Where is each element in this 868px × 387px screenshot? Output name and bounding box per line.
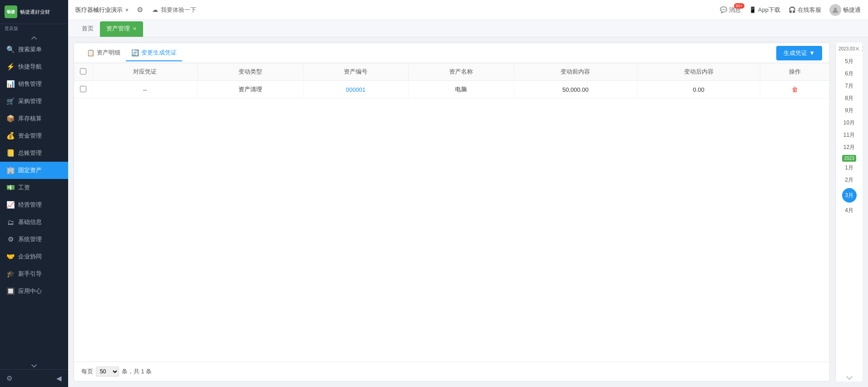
rp-month-6[interactable]: 6月 bbox=[836, 68, 863, 80]
th-change-type: 变动类型 bbox=[198, 63, 303, 81]
sidebar-item-sales[interactable]: 📊 销售管理 bbox=[0, 75, 68, 93]
rp-title: 2023.03 bbox=[838, 46, 855, 51]
rp-month-2023-4[interactable]: 4月 bbox=[836, 204, 863, 217]
rp-month-9[interactable]: 9月 bbox=[836, 104, 863, 117]
rp-close-btn[interactable]: ✕ bbox=[855, 45, 860, 52]
month-label: 4月 bbox=[845, 207, 853, 214]
month-label: 9月 bbox=[845, 107, 853, 114]
td-asset-no[interactable]: 000001 bbox=[303, 81, 408, 99]
delete-icon[interactable]: 🗑 bbox=[792, 86, 798, 93]
sidebar-item-operations[interactable]: 📈 经营管理 bbox=[0, 196, 68, 213]
sidebar-item-label: 基础信息 bbox=[18, 218, 42, 226]
sidebar-item-basic-info[interactable]: 🗂 基础信息 bbox=[0, 213, 68, 231]
company-selector[interactable]: 医疗器械行业演示 ▼ bbox=[75, 6, 129, 14]
sidebar-item-app-center[interactable]: 🔲 应用中心 bbox=[0, 283, 68, 300]
company-name: 医疗器械行业演示 bbox=[75, 6, 123, 14]
rp-month-11[interactable]: 11月 bbox=[836, 129, 863, 141]
enterprise-icon: 🤝 bbox=[6, 253, 15, 261]
month-label: 2月 bbox=[845, 176, 853, 184]
topbar-settings-icon[interactable]: ⚙ bbox=[137, 5, 143, 14]
row-checkbox[interactable] bbox=[80, 86, 86, 92]
search-icon: 🔍 bbox=[6, 45, 15, 54]
rp-expand-btn[interactable]: ⛶ bbox=[862, 45, 863, 52]
tabbar: 首页 资产管理 ✕ bbox=[68, 20, 868, 37]
per-page-label: 每页 bbox=[81, 367, 93, 376]
generate-voucher-button[interactable]: 生成凭证 ▼ bbox=[776, 46, 822, 60]
collapse-icon[interactable]: ◀ bbox=[56, 374, 62, 382]
guide-icon: 🎓 bbox=[6, 270, 15, 278]
experience-icon: ☁ bbox=[152, 6, 158, 13]
sidebar-scroll-down[interactable] bbox=[0, 363, 68, 369]
quick-nav-icon: ⚡ bbox=[6, 63, 15, 71]
sidebar-footer: ⚙ ◀ bbox=[0, 369, 68, 387]
customer-service-label: 在线客服 bbox=[798, 6, 821, 14]
rp-month-8[interactable]: 8月 bbox=[836, 92, 863, 104]
month-label: 7月 bbox=[845, 82, 853, 90]
rp-month-10[interactable]: 10月 bbox=[836, 117, 863, 129]
ledger-icon: 📒 bbox=[6, 149, 15, 157]
th-checkbox bbox=[74, 63, 92, 81]
logo-icon: 畅捷 bbox=[5, 5, 17, 18]
generate-chevron-icon: ▼ bbox=[809, 50, 815, 56]
sales-icon: 📊 bbox=[6, 80, 15, 88]
th-before-change-label: 变动前内容 bbox=[560, 68, 590, 75]
sidebar-item-system[interactable]: ⚙ 系统管理 bbox=[0, 231, 68, 248]
sidebar-item-label: 企业协同 bbox=[18, 253, 42, 261]
table-row: -- 资产清理 000001 电脑 bbox=[74, 81, 829, 99]
sidebar-item-guide[interactable]: 🎓 新手引导 bbox=[0, 265, 68, 283]
sidebar-scroll-up[interactable] bbox=[0, 35, 68, 41]
user-menu[interactable]: 畅捷通 bbox=[829, 4, 861, 16]
sidebar-item-inventory[interactable]: 📦 库存核算 bbox=[0, 110, 68, 127]
th-action-label: 操作 bbox=[789, 68, 801, 75]
th-action: 操作 bbox=[760, 63, 829, 81]
settings-icon[interactable]: ⚙ bbox=[6, 374, 12, 382]
fixed-assets-icon: 🏢 bbox=[6, 166, 15, 174]
avatar bbox=[829, 4, 841, 16]
customer-service-btn[interactable]: 🎧 在线客服 bbox=[789, 6, 821, 14]
sidebar-item-quick-nav[interactable]: ⚡ 快捷导航 bbox=[0, 58, 68, 75]
rp-scroll-down-btn[interactable] bbox=[836, 374, 863, 382]
messages-btn[interactable]: 💬 消息 99+ bbox=[720, 6, 741, 14]
funds-icon: 💰 bbox=[6, 132, 15, 140]
tab-asset-management[interactable]: 资产管理 ✕ bbox=[100, 21, 143, 37]
sidebar-item-purchase[interactable]: 🛒 采购管理 bbox=[0, 93, 68, 110]
rp-month-7[interactable]: 7月 bbox=[836, 80, 863, 92]
select-all-checkbox[interactable] bbox=[80, 68, 86, 74]
rp-year-2023: 2023 bbox=[836, 154, 863, 162]
rp-month-2023-3[interactable]: 3月 bbox=[842, 188, 857, 203]
app-download-btn[interactable]: 📱 App下载 bbox=[749, 6, 780, 14]
sidebar-item-ledger[interactable]: 📒 总账管理 bbox=[0, 144, 68, 162]
tab-close-icon[interactable]: ✕ bbox=[133, 26, 137, 32]
sidebar-item-payroll[interactable]: 💵 工资 bbox=[0, 179, 68, 196]
sidebar-item-search[interactable]: 🔍 搜索菜单 bbox=[0, 41, 68, 58]
payroll-icon: 💵 bbox=[6, 184, 15, 192]
th-voucher-label: 对应凭证 bbox=[133, 68, 157, 75]
sidebar-item-label: 快捷导航 bbox=[18, 63, 42, 71]
rp-month-2023-1[interactable]: 1月 bbox=[836, 162, 863, 174]
td-voucher: -- bbox=[92, 81, 198, 99]
app-center-icon: 🔲 bbox=[6, 287, 15, 295]
th-asset-no: 资产编号 bbox=[303, 63, 408, 81]
logo-title: 畅捷通好业财 bbox=[20, 9, 50, 15]
sidebar-item-funds[interactable]: 💰 资金管理 bbox=[0, 127, 68, 144]
th-before-change: 变动前内容 bbox=[514, 63, 637, 81]
sidebar-item-enterprise[interactable]: 🤝 企业协同 bbox=[0, 248, 68, 265]
subtab-asset-detail[interactable]: 📋 资产明细 bbox=[81, 45, 126, 61]
experience-btn[interactable]: ☁ 我要体验一下 bbox=[152, 6, 196, 14]
sidebar-item-fixed-assets[interactable]: 🏢 固定资产 bbox=[0, 162, 68, 179]
sidebar-item-label: 经营管理 bbox=[18, 201, 42, 209]
sidebar-item-label: 总账管理 bbox=[18, 149, 42, 157]
rp-month-5[interactable]: 5月 bbox=[836, 55, 863, 68]
subtab-asset-detail-label: 资产明细 bbox=[97, 49, 120, 57]
td-before-change: 50,000.00 bbox=[514, 81, 637, 99]
td-action[interactable]: 🗑 bbox=[760, 81, 829, 99]
pagination: 每页 50 10 20 100 条，共 1 条 bbox=[74, 362, 829, 381]
th-after-change-label: 变动后内容 bbox=[684, 68, 714, 75]
rp-month-12[interactable]: 12月 bbox=[836, 141, 863, 154]
th-change-type-label: 变动类型 bbox=[238, 68, 262, 75]
rp-month-2023-2[interactable]: 2月 bbox=[836, 174, 863, 186]
page-main: 📋 资产明细 🔄 变更生成凭证 生成凭证 ▼ bbox=[74, 43, 830, 382]
subtab-change-voucher[interactable]: 🔄 变更生成凭证 bbox=[126, 45, 182, 61]
per-page-select[interactable]: 50 10 20 100 bbox=[96, 367, 119, 377]
tab-home[interactable]: 首页 bbox=[75, 21, 100, 37]
